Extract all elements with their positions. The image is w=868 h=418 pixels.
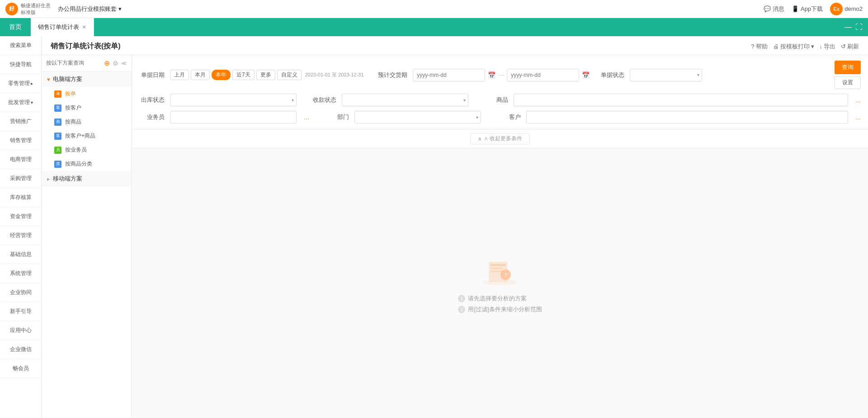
goods-input[interactable] [514,94,848,106]
filter-date-buttons: 上月 本月 本年 近7天 更多 自定义 2023-01-01 至 2023-12… [170,70,363,80]
empty-state: ? 1 请先选择要分析的方案 2 用[过滤]条件来缩小分析范围 [458,253,542,314]
sidebar: 搜索菜单 快捷导航 零售管理 ▸ 批发管理 ▾ 营销推广 销售管理 电商管理 采… [0,36,42,418]
refresh-icon: ↺ [841,43,846,50]
filter-row-2: 出库状态 收款状态 商品 [139,94,861,106]
export-button[interactable]: ↓ 导出 [820,43,836,51]
expected-date-label: 预计交货期 [378,71,407,79]
collapse-panel-icon[interactable]: ≪ [121,60,127,66]
edit-scheme-icon[interactable]: ⚙ [113,60,118,67]
left-panel: 按以下方案查询 ⊕ ⚙ ≪ ▾ 电脑端方案 单 按单 [42,55,132,418]
expected-date-end-input[interactable] [507,69,579,81]
sidebar-item-basics[interactable]: 基础信息 [0,245,41,264]
logo-area: 好 畅捷通好生意 标准版 [5,2,51,15]
chevron-down-icon: ▾ [31,100,33,105]
scheme-group-mobile-header[interactable]: ▸ 移动端方案 [42,171,132,186]
sidebar-item-sales[interactable]: 销售管理 [0,131,41,150]
salesperson-dots-button[interactable]: ... [304,114,309,121]
goods-label: 商品 [483,96,508,104]
maximize-icon[interactable]: ⛶ [855,23,863,31]
minimize-icon[interactable]: — [844,23,852,31]
empty-hint-2: 2 用[过滤]条件来缩小分析范围 [458,305,542,314]
left-panel-icons: ⊕ ⚙ ≪ [104,59,127,67]
tab-sales-order-stats[interactable]: 销售订单统计表 ✕ [31,18,94,36]
sidebar-item-finance[interactable]: 资金管理 [0,207,41,226]
salesperson-input[interactable] [170,111,297,124]
scheme-item-by-order[interactable]: 单 按单 [42,87,132,101]
app-download-button[interactable]: 📱 App下载 [792,5,823,13]
sidebar-item-marketing[interactable]: 营销推广 [0,112,41,131]
tab-close-icon[interactable]: ✕ [82,24,86,30]
tab-home[interactable]: 首页 [0,18,31,36]
date-btn-last-7days[interactable]: 近7天 [232,70,255,80]
date-range-text: 2023-01-01 至 2023-12-31 [305,71,364,78]
scheme-item-by-salesperson[interactable]: 员 按业务员 [42,143,132,157]
date-btn-more[interactable]: 更多 [256,70,275,80]
date-btn-this-year[interactable]: 本年 [212,70,231,80]
add-scheme-icon[interactable]: ⊕ [104,59,110,67]
sidebar-item-management[interactable]: 经营管理 [0,226,41,245]
sidebar-item-system[interactable]: 系统管理 [0,264,41,283]
hint-num-2: 2 [458,306,465,313]
svg-rect-2 [491,264,505,266]
sidebar-item-member[interactable]: 畅会员 [0,359,41,378]
sidebar-item-ecommerce[interactable]: 电商管理 [0,150,41,169]
date-btn-last-month[interactable]: 上月 [170,70,189,80]
message-icon: 💬 [764,5,771,12]
department-label: 部门 [324,113,349,121]
scheme-item-by-customer[interactable]: 客 按客户 [42,101,132,115]
delivery-status-wrap [170,94,297,106]
empty-hints: 1 请先选择要分析的方案 2 用[过滤]条件来缩小分析范围 [458,294,542,314]
customer-label: 客户 [495,113,521,121]
empty-illustration: ? [477,253,523,289]
scheme-item-icon: 客 [54,133,61,140]
receipt-status-select[interactable] [342,94,468,106]
inner-layout: 按以下方案查询 ⊕ ⚙ ≪ ▾ 电脑端方案 单 按单 [42,55,868,418]
filter-row-1: 单据日期 上月 本月 本年 近7天 更多 自定义 2023-01-01 至 20… [139,61,861,89]
sidebar-item-retail[interactable]: 零售管理 ▸ [0,74,41,93]
refresh-button[interactable]: ↺ 刷新 [841,43,859,51]
scheme-group-pc-header[interactable]: ▾ 电脑端方案 [42,71,132,87]
date-btn-custom[interactable]: 自定义 [277,70,302,80]
message-button[interactable]: 💬 消息 [764,5,784,13]
top-bar-right: 💬 消息 📱 App下载 Ea demo2 [764,3,863,15]
expected-date-start-input[interactable] [413,69,485,81]
sidebar-item-wechat[interactable]: 企业微信 [0,340,41,359]
empty-hint-1: 1 请先选择要分析的方案 [458,294,542,303]
scheme-item-by-category[interactable]: 类 按商品分类 [42,157,132,171]
scheme-item-by-customer-goods[interactable]: 客 按客户+商品 [42,129,132,143]
collapse-bar[interactable]: ∧ ∧ 收起更多条件 [132,129,868,148]
sidebar-item-collab[interactable]: 企业协同 [0,283,41,302]
sidebar-item-shortcuts[interactable]: 快捷导航 [0,55,41,74]
print-button[interactable]: 🖨 按模板打印 ▾ [773,43,814,51]
date-start-icon[interactable]: 📅 [488,71,495,79]
department-select[interactable] [354,111,481,124]
date-end-icon[interactable]: 📅 [582,71,590,79]
help-button[interactable]: ? 帮助 [751,43,767,51]
expected-date-field: 📅 — 📅 [413,69,594,81]
setting-button[interactable]: 设置 [835,76,861,89]
sidebar-item-apps[interactable]: 应用中心 [0,321,41,340]
customer-dots-button[interactable]: ... [855,114,861,121]
sidebar-item-purchase[interactable]: 采购管理 [0,169,41,188]
svg-rect-3 [491,268,502,269]
collapse-button[interactable]: ∧ ∧ 收起更多条件 [470,133,530,144]
goods-dots-button[interactable]: ... [855,96,861,104]
results-area: ? 1 请先选择要分析的方案 2 用[过滤]条件来缩小分析范围 [132,148,868,418]
workspace-selector[interactable]: 办公用品行业模拟账套 ▾ [54,4,125,14]
date-btn-this-month[interactable]: 本月 [191,70,210,80]
tab-window-actions: — ⛶ [844,23,868,31]
sidebar-item-search[interactable]: 搜索菜单 [0,36,41,55]
status-select-wrap [630,69,702,81]
status-select[interactable] [630,69,702,81]
sidebar-item-wholesale[interactable]: 批发管理 ▾ [0,93,41,112]
customer-input[interactable] [526,111,849,124]
user-avatar[interactable]: Ea demo2 [830,3,863,15]
pc-group-expand-icon: ▾ [47,76,50,83]
export-icon: ↓ [820,43,823,50]
delivery-status-select[interactable] [170,94,297,106]
sidebar-item-guide[interactable]: 新手引导 [0,302,41,321]
query-button[interactable]: 查询 [835,61,861,74]
sidebar-item-inventory[interactable]: 库存核算 [0,188,41,207]
scheme-item-by-goods[interactable]: 商 按商品 [42,115,132,129]
print-icon: 🖨 [773,43,779,50]
